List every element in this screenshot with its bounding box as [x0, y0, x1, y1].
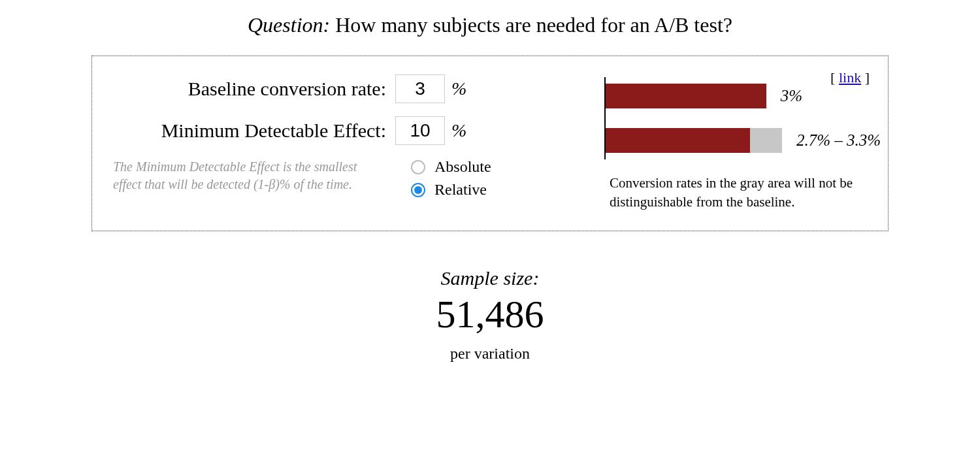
- baseline-unit: %: [451, 78, 466, 99]
- mode-radio-absolute-label: Absolute: [434, 158, 491, 176]
- baseline-row: Baseline conversion rate: %: [113, 74, 583, 103]
- bar-baseline: [606, 84, 766, 108]
- bar-fill: [606, 84, 766, 108]
- left-column: Baseline conversion rate: % Minimum Dete…: [113, 74, 583, 212]
- mode-radio-relative-label: Relative: [434, 181, 487, 199]
- result-sub: per variation: [91, 345, 889, 363]
- question-text: How many subjects are needed for an A/B …: [335, 13, 732, 37]
- radio-icon: [411, 160, 425, 174]
- bars-chart: 3% 2.7% – 3.3%: [604, 77, 881, 159]
- mode-radio-relative[interactable]: Relative: [411, 181, 491, 199]
- mde-unit: %: [451, 120, 466, 141]
- right-column: 3% 2.7% – 3.3% Conversion rates in the g…: [604, 74, 881, 212]
- mde-input[interactable]: [395, 116, 445, 145]
- page-question: Question: How many subjects are needed f…: [91, 13, 889, 37]
- radio-icon: [411, 183, 425, 197]
- bar-range-label: 2.7% – 3.3%: [796, 131, 881, 150]
- bar-gray: [750, 128, 782, 153]
- mde-help-text: The Minimum Detectable Effect is the sma…: [113, 158, 387, 204]
- mode-radio-absolute[interactable]: Absolute: [411, 158, 491, 176]
- result-block: Sample size: 51,486 per variation: [91, 267, 889, 363]
- bar-baseline-label: 3%: [781, 87, 802, 105]
- bar-row-range: 2.7% – 3.3%: [606, 127, 881, 154]
- input-panel: [ link ] Baseline conversion rate: % Min…: [91, 56, 889, 231]
- bar-fill: [606, 128, 750, 153]
- bar-range: [606, 128, 782, 153]
- bar-row-baseline: 3%: [606, 82, 881, 110]
- mode-radio-group: Absolute Relative: [387, 158, 491, 204]
- mde-label: Minimum Detectable Effect:: [113, 120, 395, 142]
- result-value: 51,486: [91, 292, 889, 337]
- question-prefix: Question:: [248, 13, 330, 37]
- result-label: Sample size:: [91, 267, 889, 289]
- chart-caption: Conversion rates in the gray area will n…: [604, 174, 879, 212]
- baseline-input[interactable]: [395, 74, 445, 103]
- mde-row: Minimum Detectable Effect: %: [113, 116, 583, 145]
- baseline-label: Baseline conversion rate:: [113, 78, 395, 100]
